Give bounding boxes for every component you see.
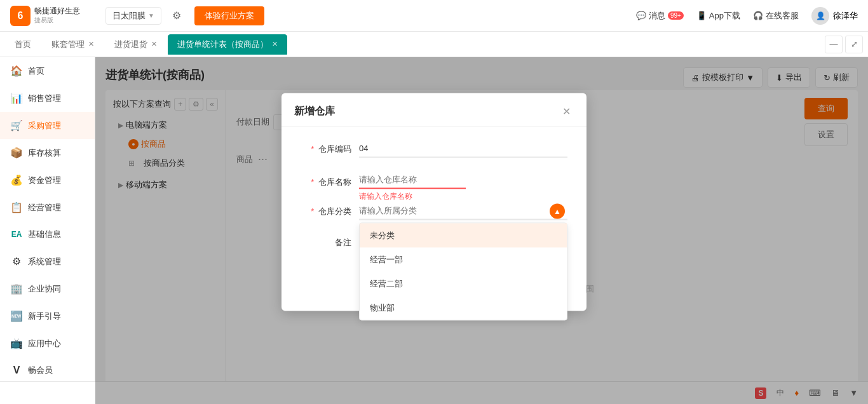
- notifications-label: 消息: [649, 10, 665, 22]
- sidebar-item-sales[interactable]: 📊 销售管理: [0, 84, 95, 112]
- sidebar-label-home: 首页: [28, 65, 44, 77]
- category-toggle-icon[interactable]: ▲: [550, 203, 565, 219]
- sidebar-label-basic: 基础信息: [28, 229, 61, 240]
- top-header: 6 畅捷通好生意 捷易版 日太阳膜 ▼ ⚙ 体验行业方案 💬 消息 99+ 📱 …: [0, 0, 868, 32]
- dropdown-item-unclassified[interactable]: 未分类: [360, 224, 567, 248]
- header-right: 💬 消息 99+ 📱 App下载 🎧 在线客服 👤 徐泽华: [636, 7, 858, 25]
- category-wrapper: ▲ 未分类 经营一部 经营二部 物业部: [359, 202, 567, 220]
- user-area[interactable]: 👤 徐泽华: [811, 7, 858, 25]
- sidebar-label-inventory: 库存核算: [28, 147, 61, 159]
- sidebar-label-apps: 应用中心: [28, 338, 61, 349]
- sidebar-item-guide[interactable]: 🆕 新手引导: [0, 302, 95, 330]
- modal-body: * 仓库编码 * 仓库名称 请输入仓库名称 * 仓库分类: [281, 127, 587, 277]
- system-icon: ⚙: [10, 255, 23, 267]
- tab-account-close[interactable]: ✕: [88, 40, 94, 48]
- name-error-message: 请输入仓库名称: [359, 191, 412, 202]
- sidebar-label-guide: 新手引导: [28, 311, 61, 322]
- category-input[interactable]: [359, 202, 567, 220]
- name-field-row: * 仓库名称 请输入仓库名称: [301, 171, 567, 189]
- inventory-icon: 📦: [10, 147, 23, 159]
- purchase-icon: 🛒: [10, 119, 23, 131]
- code-label: * 仓库编码: [301, 140, 351, 155]
- new-warehouse-modal: 新增仓库 ✕ * 仓库编码 * 仓库名称 请输入仓库名称: [281, 93, 587, 311]
- category-dropdown: 未分类 经营一部 经营二部 物业部: [359, 223, 567, 321]
- sidebar-item-purchase[interactable]: 🛒 采购管理: [0, 112, 95, 139]
- guide-icon: 🆕: [10, 310, 23, 322]
- sidebar-label-finance: 资金管理: [28, 175, 61, 186]
- headset-icon: 🎧: [753, 11, 763, 20]
- store-dropdown-arrow: ▼: [148, 12, 154, 19]
- settings-icon[interactable]: ⚙: [166, 6, 187, 26]
- sidebar-label-system: 系统管理: [28, 256, 61, 267]
- sidebar-item-home[interactable]: 🏠 首页: [0, 57, 95, 84]
- online-service-item[interactable]: 🎧 在线客服: [753, 10, 799, 22]
- notification-icon: 💬: [636, 11, 646, 20]
- enterprise-icon: 🏢: [10, 283, 23, 295]
- name-label: * 仓库名称: [301, 172, 351, 187]
- dropdown-item-ops1[interactable]: 经营一部: [360, 248, 567, 272]
- logo-area: 6 畅捷通好生意 捷易版: [10, 6, 105, 26]
- dropdown-item-property[interactable]: 物业部: [360, 296, 567, 320]
- sidebar-item-enterprise[interactable]: 🏢 企业协同: [0, 275, 95, 302]
- sales-icon: 📊: [10, 92, 23, 104]
- sidebar-item-apps[interactable]: 📺 应用中心: [0, 330, 95, 357]
- notifications-badge: 99+: [668, 11, 684, 20]
- user-avatar: 👤: [811, 7, 829, 25]
- sidebar-item-inventory[interactable]: 📦 库存核算: [0, 139, 95, 166]
- code-input[interactable]: [359, 140, 567, 158]
- sidebar-label-member: 畅会员: [28, 365, 53, 376]
- modal-header: 新增仓库 ✕: [281, 93, 587, 127]
- app-download-label: App下载: [709, 10, 740, 22]
- sidebar-item-basic[interactable]: EA 基础信息: [0, 221, 95, 248]
- sidebar-label-purchase: 采购管理: [28, 120, 61, 131]
- sidebar-label-operation: 经营管理: [28, 202, 61, 213]
- store-selector[interactable]: 日太阳膜 ▼: [105, 7, 161, 25]
- app-download-icon: 📱: [696, 11, 707, 20]
- sidebar-item-operation[interactable]: 📋 经营管理: [0, 194, 95, 221]
- store-name: 日太阳膜: [112, 10, 146, 22]
- tab-purchase-stats-label: 进货单统计表（按商品）: [177, 39, 268, 50]
- code-field-row: * 仓库编码: [301, 140, 567, 158]
- tab-minimize-icon[interactable]: —: [825, 36, 843, 53]
- basic-icon: EA: [10, 230, 23, 239]
- tab-bar: 首页 账套管理 ✕ 进货退货 ✕ 进货单统计表（按商品） ✕ — ⤢: [0, 32, 868, 57]
- tab-home-label: 首页: [15, 39, 31, 50]
- tab-controls: — ⤢: [825, 36, 863, 53]
- online-service-label: 在线客服: [766, 10, 799, 22]
- tab-purchase-stats-close[interactable]: ✕: [272, 40, 278, 48]
- sidebar-label-enterprise: 企业协同: [28, 283, 61, 295]
- tab-account[interactable]: 账套管理 ✕: [42, 34, 104, 55]
- tab-home[interactable]: 首页: [5, 34, 41, 55]
- modal-title: 新增仓库: [294, 104, 335, 118]
- modal-close-icon[interactable]: ✕: [559, 104, 574, 119]
- tab-expand-icon[interactable]: ⤢: [845, 36, 863, 53]
- notifications-item[interactable]: 💬 消息 99+: [636, 10, 684, 22]
- logo-name: 畅捷通好生意: [34, 6, 80, 17]
- sidebar: 🏠 首页 📊 销售管理 🛒 采购管理 📦 库存核算 💰 资金管理 📋 经营管理 …: [0, 57, 95, 404]
- category-field-row: * 仓库分类 ▲ 未分类 经营一部 经营二部 物业部: [301, 202, 567, 220]
- name-input[interactable]: [359, 171, 466, 189]
- finance-icon: 💰: [10, 174, 23, 186]
- sidebar-item-member[interactable]: V 畅会员: [0, 357, 95, 384]
- tab-purchase-stats[interactable]: 进货单统计表（按商品） ✕: [168, 34, 287, 55]
- remarks-label: 备注: [301, 233, 351, 248]
- username: 徐泽华: [833, 10, 858, 22]
- member-icon: V: [10, 365, 23, 376]
- app-download-item[interactable]: 📱 App下载: [696, 10, 740, 22]
- apps-icon: 📺: [10, 337, 23, 349]
- category-label: * 仓库分类: [301, 202, 351, 217]
- sidebar-label-sales: 销售管理: [28, 93, 61, 104]
- dropdown-item-ops2[interactable]: 经营二部: [360, 272, 567, 296]
- sidebar-item-system[interactable]: ⚙ 系统管理: [0, 248, 95, 275]
- tab-account-label: 账套管理: [51, 39, 85, 50]
- try-industry-button[interactable]: 体验行业方案: [194, 6, 264, 25]
- operation-icon: 📋: [10, 201, 23, 213]
- tab-purchase-return[interactable]: 进货退货 ✕: [105, 34, 166, 55]
- tab-purchase-return-close[interactable]: ✕: [151, 40, 157, 48]
- tab-purchase-return-label: 进货退货: [114, 39, 147, 50]
- logo-icon: 6: [10, 6, 31, 26]
- logo-sub: 捷易版: [34, 16, 80, 25]
- home-icon: 🏠: [10, 65, 23, 77]
- sidebar-item-finance[interactable]: 💰 资金管理: [0, 166, 95, 194]
